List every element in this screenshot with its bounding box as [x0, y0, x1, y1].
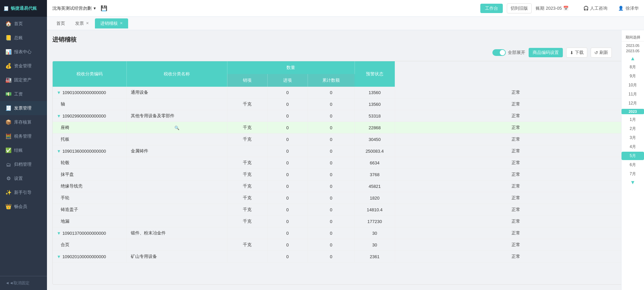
product-code-button[interactable]: 商品编码设置: [529, 48, 563, 57]
period-4month[interactable]: 4月: [622, 143, 639, 151]
cell-category-name: 矿山专用设备: [126, 251, 227, 263]
tab-invoice-close-icon[interactable]: ✕: [86, 21, 89, 25]
cell-status: 正常: [395, 180, 637, 192]
period-year-2023[interactable]: 2023: [622, 109, 639, 114]
sidebar-item-member[interactable]: 👑 畅会员: [0, 200, 47, 214]
period-10month[interactable]: 10月: [622, 81, 639, 89]
refresh-icon: ↺: [594, 50, 598, 55]
calendar-icon[interactable]: 📅: [563, 6, 569, 11]
cell-category: [126, 169, 227, 180]
tab-reconcile-close-icon[interactable]: ✕: [120, 21, 123, 25]
sidebar-item-tax[interactable]: 🧮 税务管理: [0, 129, 47, 143]
member-icon: 👑: [5, 204, 11, 210]
period-11month[interactable]: 11月: [622, 90, 639, 98]
download-button[interactable]: ⬇ 下载: [566, 48, 587, 58]
period-7month[interactable]: 7月: [622, 170, 639, 178]
funds-icon: 💰: [5, 63, 11, 69]
expand-toggle[interactable]: 全部展开: [492, 49, 525, 56]
period-8month[interactable]: 8月: [622, 63, 639, 71]
tab-reconcile[interactable]: 进销稽核 ✕: [95, 18, 128, 28]
cell-unit: 千克: [227, 98, 267, 110]
cell-sale: 0: [267, 98, 308, 110]
cell-unit: 千克: [227, 192, 267, 204]
sidebar-item-reports[interactable]: 📊 报表中心: [0, 45, 47, 59]
table-row: ▼109010000000000000通用设备0013560正常: [53, 87, 637, 98]
period-5month[interactable]: 5月: [622, 152, 639, 160]
period-nav-down[interactable]: ▼: [630, 179, 636, 186]
cell-status: 正常: [395, 157, 637, 169]
cell-sale: 0: [267, 204, 308, 216]
download-icon: ⬇: [570, 50, 574, 55]
cell-purchase: 0: [308, 98, 355, 110]
sidebar-unpin-button[interactable]: ◄◄取消固定: [0, 276, 47, 290]
cell-category: [126, 204, 227, 216]
user-menu[interactable]: 👤 徐泽华: [618, 5, 639, 11]
expand-toggle-switch[interactable]: [492, 49, 506, 56]
cell-item-name: 地漏: [53, 216, 126, 227]
cell-item-name: 抹平盘: [53, 169, 126, 180]
cell-status: 正常: [395, 239, 637, 251]
sidebar-item-ledger[interactable]: 📒 总账: [0, 31, 47, 45]
sidebar-item-guide[interactable]: ✨ 新手引导: [0, 186, 47, 200]
period-3month[interactable]: 3月: [622, 134, 639, 142]
period-9month[interactable]: 9月: [622, 72, 639, 80]
support-button[interactable]: 🎧 人工咨询: [583, 5, 607, 11]
expand-icon[interactable]: ▼: [57, 149, 61, 154]
cell-purchase: 0: [308, 134, 355, 145]
cell-total: 45821: [355, 180, 395, 192]
old-version-button[interactable]: 切到旧版: [507, 3, 532, 13]
sidebar-item-settings[interactable]: ⚙ 设置: [0, 171, 47, 186]
sidebar-item-settle[interactable]: ✅ 结账: [0, 143, 47, 157]
expand-icon[interactable]: ▼: [57, 231, 61, 236]
table-row: 铸造盖子千克0014810.4正常: [53, 204, 637, 216]
cell-status: 正常: [395, 98, 637, 110]
period-1month[interactable]: 1月: [622, 116, 639, 124]
expand-icon[interactable]: ▼: [57, 90, 61, 95]
period-display: 账期 2023-05 📅: [536, 5, 569, 11]
assets-icon: 🏭: [5, 77, 11, 83]
period-2month[interactable]: 2月: [622, 125, 639, 133]
period-6month[interactable]: 6月: [622, 161, 639, 169]
cell-status: 正常: [395, 134, 637, 145]
cell-code: ▼109020100000000000: [53, 251, 126, 263]
cell-category: [126, 157, 227, 169]
cell-sale: 0: [267, 180, 308, 192]
expand-icon[interactable]: ▼: [57, 254, 61, 259]
company-selector[interactable]: 沈海英测试经营勿删 ▾: [52, 5, 96, 11]
sidebar-item-label: 首页: [14, 21, 23, 27]
sidebar-item-archive[interactable]: 🗂 归档管理: [0, 157, 47, 171]
refresh-button[interactable]: ↺ 刷新: [591, 48, 612, 58]
expand-icon[interactable]: ▼: [57, 114, 61, 119]
sidebar-item-home[interactable]: 🏠 首页: [0, 17, 47, 31]
tab-home[interactable]: 首页: [52, 18, 69, 28]
sidebar-item-assets[interactable]: 🏭 固定资产: [0, 73, 47, 87]
cell-sale: 0: [267, 227, 308, 239]
cell-sale: 0: [267, 110, 308, 122]
sidebar-item-label: 资金管理: [14, 63, 32, 69]
cell-category: 🔍: [126, 122, 227, 134]
th-quantity: 数量: [227, 61, 355, 74]
sidebar-item-inventory[interactable]: 📦 库存核算: [0, 115, 47, 129]
period-nav-up[interactable]: ▲: [630, 61, 636, 62]
period-12month[interactable]: 12月: [622, 99, 639, 107]
sidebar-item-salary[interactable]: 💵 工资: [0, 87, 47, 101]
save-button[interactable]: 💾: [100, 4, 108, 12]
tab-invoice[interactable]: 发票 ✕: [70, 18, 94, 28]
sidebar-item-invoice[interactable]: 🧾 发票管理: [0, 101, 47, 115]
table-row: 托板千克0030450正常: [53, 134, 637, 145]
table-row: 轮毂千克006634正常: [53, 157, 637, 169]
cell-purchase: 0: [308, 204, 355, 216]
search-icon[interactable]: 🔍: [174, 126, 179, 130]
cell-sale: 0: [267, 134, 308, 145]
download-label: 下载: [575, 50, 584, 56]
ledger-icon: 📒: [5, 35, 11, 41]
cell-unit: [227, 227, 267, 239]
cell-total: 30450: [355, 134, 395, 145]
workbench-button[interactable]: 工作台: [480, 4, 503, 13]
cell-total: 177230: [355, 216, 395, 227]
refresh-label: 刷新: [599, 50, 608, 56]
cell-total: 250083.4: [355, 145, 395, 157]
tab-home-label: 首页: [56, 20, 65, 26]
sidebar-item-funds[interactable]: 💰 资金管理: [0, 59, 47, 73]
cell-sale: 0: [267, 145, 308, 157]
